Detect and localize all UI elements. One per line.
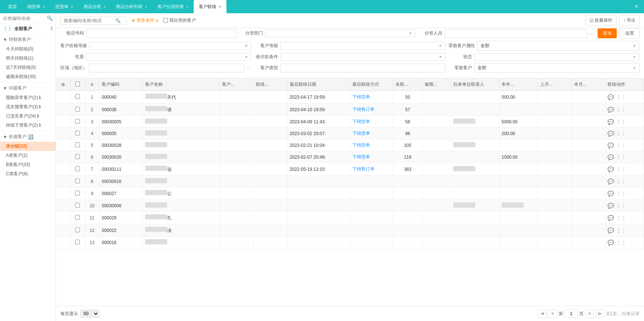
contact-method-link[interactable]: 下销货单 — [352, 154, 370, 159]
row-last-contact-method[interactable]: 下销货单 — [350, 128, 393, 140]
not-contacted-column[interactable]: 未联... — [393, 78, 422, 91]
row-checkbox-cell[interactable] — [70, 176, 85, 187]
contact-method-link[interactable]: 下销货单 — [352, 119, 370, 124]
row-last-contact-method[interactable]: 下销货单 — [350, 116, 393, 128]
row-checkbox-cell[interactable] — [70, 103, 85, 116]
sidebar-group-value[interactable]: ▼ 价值客户 🔄 — [0, 132, 56, 142]
row-checkbox-cell[interactable] — [70, 224, 85, 237]
next-page-button[interactable]: > — [585, 309, 594, 318]
page-size-select[interactable]: 50 100 200 — [80, 310, 99, 318]
sidebar-item-class-c[interactable]: C类客户(6) — [0, 169, 56, 179]
contact-method-link[interactable]: 下销售订单 — [352, 166, 374, 172]
sidebar-group-problem[interactable]: ▼ 问题客户 — [0, 83, 56, 93]
chat-icon[interactable]: 💬 — [608, 240, 614, 246]
sidebar-item-7days[interactable]: 近7天待联络(0) — [0, 63, 56, 72]
grid-action-icon[interactable]: ⋮⋮ — [616, 154, 626, 160]
dept-select[interactable]: ▼ — [265, 29, 415, 37]
payment-select[interactable]: ▼ — [280, 53, 446, 61]
customer-type-input[interactable] — [280, 64, 446, 73]
name-column[interactable]: 客户名称 — [143, 78, 220, 91]
grid-action-icon[interactable]: ⋮⋮ — [616, 179, 626, 184]
contact-method-link[interactable]: 下销售订单 — [352, 107, 374, 112]
row-checkbox-cell[interactable] — [70, 128, 85, 140]
price-level-select[interactable]: ▼ — [89, 42, 251, 50]
settings-column[interactable]: ⚙ — [56, 78, 70, 91]
sidebar-item-today[interactable]: 今天待联络(0) — [0, 45, 56, 54]
last-contact-date-column[interactable]: 最后联络日期 — [287, 78, 350, 91]
sidebar-search-input[interactable] — [3, 16, 47, 21]
last-contact-method-column[interactable]: 最后联络方式 — [350, 78, 393, 91]
last-page-button[interactable]: ⊳ — [595, 309, 604, 318]
sidebar-item-overdue[interactable]: 逾期未联络(30) — [0, 72, 56, 81]
select-all-checkbox[interactable] — [75, 82, 80, 87]
region-dots-icon[interactable]: ··· — [244, 65, 251, 71]
row-last-contact-method[interactable]: 下销售订单 — [350, 103, 393, 116]
region-input[interactable] — [89, 64, 244, 73]
sidebar-group-pending[interactable]: ▼ 待联络客户 — [0, 35, 56, 45]
customer-segment-tab-close[interactable]: × — [186, 4, 189, 9]
sidebar-item-class-a[interactable]: A类客户(1) — [0, 151, 56, 160]
sidebar-collapse-button[interactable]: 《 — [48, 26, 53, 32]
row-checkbox[interactable] — [75, 179, 80, 183]
row-checkbox[interactable] — [75, 119, 80, 124]
row-checkbox-cell[interactable] — [70, 237, 85, 248]
row-checkbox[interactable] — [75, 131, 80, 135]
nav-tab-home[interactable]: 首页 — [3, 0, 22, 13]
grid-action-icon[interactable]: ⋮⋮ — [616, 191, 626, 197]
contact-method-link[interactable]: 下销货单 — [352, 131, 370, 136]
chat-icon[interactable]: 💬 — [608, 215, 614, 221]
query-button[interactable]: 查询 — [598, 28, 617, 38]
grid-action-icon[interactable]: ⋮⋮ — [616, 131, 626, 137]
contact-column[interactable]: 联络... — [253, 78, 287, 91]
row-checkbox-cell[interactable] — [70, 212, 85, 224]
nav-tab-customer-segment[interactable]: 客户分层经客 × — [152, 0, 194, 13]
nature-select[interactable]: ▼ — [86, 53, 251, 61]
nav-tab-sales[interactable]: 销货单 × — [22, 0, 50, 13]
nav-tab-purchase[interactable]: 进货单 × — [50, 0, 78, 13]
row-checkbox[interactable] — [75, 227, 80, 232]
customer-level-select[interactable]: ▼ — [280, 42, 446, 50]
sidebar-item-class-b[interactable]: B类客户(33) — [0, 160, 56, 169]
checkbox-column[interactable] — [70, 78, 85, 91]
this-month-column[interactable]: 本月... — [571, 78, 605, 91]
grid-action-icon[interactable]: ⋮⋮ — [616, 119, 626, 125]
grid-action-icon[interactable]: ⋮⋮ — [616, 142, 626, 148]
retail-customer-select[interactable]: 全部 ▼ — [474, 63, 640, 73]
sidebar-item-churn-warning[interactable]: 流失预警客户(3) ℹ — [0, 102, 56, 112]
row-last-contact-method[interactable]: 下销货单 — [350, 140, 393, 151]
row-checkbox-cell[interactable] — [70, 116, 85, 128]
row-checkbox[interactable] — [75, 107, 80, 112]
nav-tab-product-analysis-list[interactable]: 商品分析列表 × — [111, 0, 152, 13]
grid-action-icon[interactable]: ⋮⋮ — [616, 215, 626, 221]
chat-icon[interactable]: 💬 — [608, 227, 614, 233]
overdue-column[interactable]: 逾期... — [422, 78, 451, 91]
chat-icon[interactable]: 💬 — [608, 119, 614, 125]
export-button[interactable]: ↑ 导出 — [619, 15, 640, 25]
last-month-column[interactable]: 上月... — [538, 78, 572, 91]
this-year-column[interactable]: 本年... — [499, 78, 538, 91]
grid-action-icon[interactable]: ⋮⋮ — [616, 166, 626, 172]
row-checkbox[interactable] — [75, 203, 80, 208]
manager-dots-icon[interactable]: ··· — [587, 31, 595, 36]
code-column[interactable]: 客户编码 — [99, 78, 143, 91]
phone-input[interactable] — [86, 29, 236, 38]
contact-method-link[interactable]: 下销货单 — [352, 94, 370, 99]
customer-contact-tab-close[interactable]: × — [219, 4, 221, 9]
row-checkbox-cell[interactable] — [70, 163, 85, 176]
more-conditions-button[interactable]: ▼ 更多条件 ∧ — [131, 17, 159, 24]
grid-action-icon[interactable]: ⋮⋮ — [616, 227, 626, 233]
chat-icon[interactable]: 💬 — [608, 191, 614, 197]
sidebar-item-churned[interactable]: 已流失客户(24) ℹ — [0, 112, 56, 121]
row-checkbox[interactable] — [75, 240, 80, 244]
search-input[interactable] — [64, 18, 115, 23]
row-checkbox[interactable] — [75, 94, 80, 99]
chat-icon[interactable]: 💬 — [608, 203, 614, 209]
nav-tab-product-analysis[interactable]: 商品分析 × — [78, 0, 111, 13]
row-checkbox-cell[interactable] — [70, 140, 85, 151]
sidebar-all-customers[interactable]: ⋮⋮ 全部客户 《 — [0, 24, 56, 35]
chat-icon[interactable]: 💬 — [608, 131, 614, 137]
sidebar-item-hoarding[interactable]: 囤购异常客户(2) ℹ — [0, 93, 56, 102]
sidebar-item-declining[interactable]: 持续下滑客户(2) ℹ — [0, 121, 56, 130]
product-analysis-list-tab-close[interactable]: × — [145, 4, 147, 9]
my-customers-toggle[interactable]: 我分管的客户 — [163, 17, 196, 24]
